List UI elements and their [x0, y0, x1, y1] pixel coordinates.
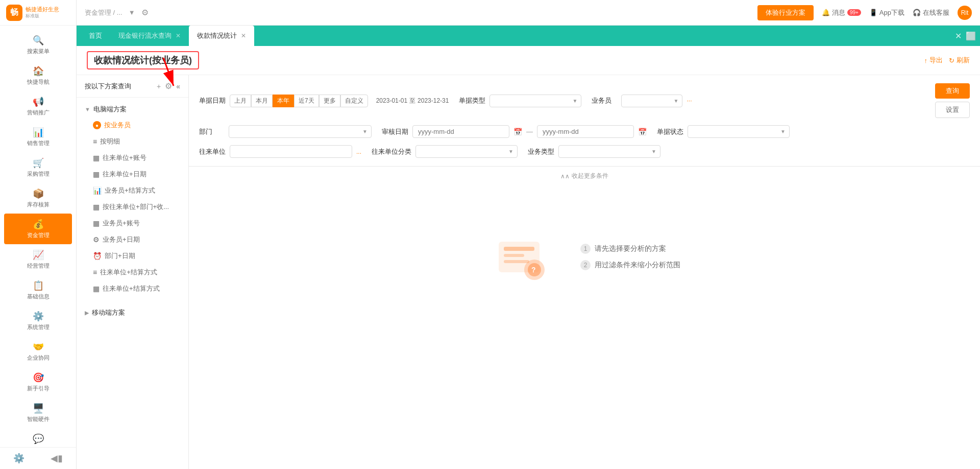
sidebar-item-smart-hw[interactable]: 🖥️ 智能硬件 [0, 397, 76, 428]
sidebar-item-wechat[interactable]: 💬 企业微信 [0, 428, 76, 447]
hint-2-text: 用过滤条件来缩小分析范围 [595, 261, 680, 270]
date-btn-last-7days[interactable]: 近7天 [294, 95, 319, 107]
scheme-item-by-unit-dept[interactable]: ▦ 按往来单位+部门+收... [77, 199, 188, 215]
sidebar-item-guide[interactable]: 🎯 新手引导 [0, 367, 76, 397]
salesperson-label: 业务员 [592, 96, 617, 105]
settings-btn[interactable]: 设置 [935, 102, 970, 118]
export-label: 导出 [929, 56, 943, 65]
filter-row-3: 往来单位 ... 往来单位分类 [199, 145, 970, 158]
partner-input[interactable] [230, 145, 352, 158]
user-avatar[interactable]: Rit [958, 6, 972, 20]
date-btn-this-year[interactable]: 本年 [273, 95, 294, 107]
scheme-item-by-detail[interactable]: ≡ 按明细 [77, 133, 188, 150]
sidebar-item-purchase[interactable]: 🛒 采购管理 [0, 152, 76, 183]
app-download-btn[interactable]: 📱 App下载 [869, 8, 904, 17]
partner-category-select[interactable] [415, 145, 518, 158]
system-icon: ⚙️ [33, 311, 44, 322]
scheme-group-mobile-title[interactable]: ▶ 移动端方案 [77, 305, 188, 320]
sidebar-item-inventory[interactable]: 📦 库存核算 [0, 183, 76, 214]
tab-collection-stat-close[interactable]: ✕ [241, 32, 246, 39]
date-btn-more[interactable]: 更多 [319, 95, 340, 107]
date-btn-last-month[interactable]: 上月 [230, 95, 251, 107]
sidebar-item-finance[interactable]: 💰 资金管理 [4, 214, 72, 244]
scheme-item-by-unit-settle2[interactable]: ▦ 往来单位+结算方式 [77, 280, 188, 297]
salesperson-more-btn[interactable]: ··· [687, 97, 692, 104]
active-scheme-dot: ● [93, 121, 101, 129]
page-title-box: 收款情况统计(按业务员) [87, 51, 199, 69]
scheme-item-by-salesperson-account[interactable]: ▦ 业务员+账号 [77, 215, 188, 231]
query-btn[interactable]: 查询 [935, 83, 970, 99]
settings-icon[interactable]: ⚙ [141, 8, 149, 17]
doc-type-filter-item: 单据类型 [459, 95, 581, 107]
scheme-item-by-unit-settle1[interactable]: ≡ 往来单位+结算方式 [77, 264, 188, 280]
online-service-btn[interactable]: 🎧 在线客服 [913, 8, 949, 17]
calendar-icon-to[interactable]: 📅 [638, 128, 647, 136]
sidebar-item-basic-info[interactable]: 📋 基础信息 [0, 275, 76, 306]
scheme-item-by-salesperson-settle[interactable]: 📊 业务员+结算方式 [77, 182, 188, 199]
scheme-item-by-salesperson-date[interactable]: ⚙ 业务员+日期 [77, 231, 188, 248]
date-range-separator: 至 [409, 97, 415, 105]
sidebar-collapse-btn[interactable]: ◀▮ [51, 453, 63, 464]
scheme-item-label: 按业务员 [104, 121, 131, 130]
refresh-btn[interactable]: ↻ 刷新 [949, 56, 970, 65]
dept-select[interactable] [229, 125, 372, 138]
tab-home[interactable]: 首页 [81, 26, 110, 46]
salesperson-select[interactable] [621, 95, 682, 107]
scheme-item-by-unit-account[interactable]: ▦ 往来单位+账号 [77, 150, 188, 166]
sidebar-item-operations[interactable]: 📈 经营管理 [0, 244, 76, 275]
sidebar-item-marketing[interactable]: 📢 营销推广 [0, 91, 76, 122]
pc-group-label: 电脑端方案 [93, 105, 127, 114]
scheme-add-btn[interactable]: + [157, 82, 161, 90]
sidebar-item-system[interactable]: ⚙️ 系统管理 [0, 306, 76, 336]
dept-filter-item: 部门 [199, 125, 372, 138]
scheme-item-by-dept-date[interactable]: ⏰ 部门+日期 [77, 248, 188, 264]
partner-more-btn[interactable]: ... [356, 148, 361, 155]
tab-bank-flow-close[interactable]: ✕ [176, 32, 181, 39]
notifications-btn[interactable]: 🔔 消息 99+ [822, 8, 861, 17]
sidebar-item-quick-nav[interactable]: 🏠 快捷导航 [0, 60, 76, 91]
sidebar-item-label: 采购管理 [27, 170, 50, 178]
wechat-icon: 💬 [33, 433, 44, 444]
svg-text:?: ? [531, 266, 536, 274]
operations-icon: 📈 [33, 249, 44, 261]
scheme-settings-btn[interactable]: ⚙ [165, 81, 172, 91]
date-btn-this-month[interactable]: 本月 [251, 95, 273, 107]
export-btn[interactable]: ↑ 导出 [924, 56, 943, 65]
collapse-bar[interactable]: ∧∧ 收起更多条件 [189, 167, 980, 185]
download-icon: 📱 [869, 9, 877, 16]
scheme-collapse-btn[interactable]: « [176, 82, 180, 90]
scheme-group-pc-title[interactable]: ▼ 电脑端方案 [77, 102, 188, 117]
doc-type-select[interactable] [489, 95, 581, 107]
approval-date-from-input[interactable] [412, 125, 509, 138]
hint-1-text: 请先选择要分析的方案 [595, 244, 666, 253]
content-area: 按以下方案查询 + ⚙ « ▼ 电脑端方案 [77, 75, 980, 469]
doc-status-select[interactable] [688, 125, 790, 138]
approval-date-label: 审核日期 [382, 127, 408, 136]
sidebar-item-search-menu[interactable]: 🔍 搜索菜单 [0, 30, 76, 60]
tab-close-all-btn[interactable]: ✕ [955, 31, 962, 41]
page-header-actions: ↑ 导出 ↻ 刷新 [924, 56, 970, 65]
scheme-item-label: 往来单位+日期 [103, 170, 146, 179]
tab-bar: 首页 现金银行流水查询 ✕ 收款情况统计 ✕ ✕ ⬜ [77, 26, 980, 46]
trial-btn[interactable]: 体验行业方案 [757, 5, 814, 20]
partner-category-filter-item: 往来单位分类 [372, 145, 518, 158]
guide-icon: 🎯 [33, 372, 44, 383]
tab-collection-stat[interactable]: 收款情况统计 ✕ [189, 26, 254, 46]
biz-type-select[interactable] [558, 145, 660, 158]
calendar-icon-from[interactable]: 📅 [513, 128, 522, 136]
scheme-icon-unit-settle1: ≡ [93, 268, 97, 276]
right-panel: 单据日期 上月 本月 本年 近7天 更多 自定义 [189, 75, 980, 469]
sidebar-item-sales[interactable]: 📊 销售管理 [0, 122, 76, 152]
sidebar-settings-btn[interactable]: ⚙️ [13, 453, 24, 464]
tab-maximize-btn[interactable]: ⬜ [966, 31, 976, 41]
biz-type-label: 业务类型 [528, 147, 554, 156]
breadcrumb-dropdown-icon[interactable]: ▼ [129, 9, 135, 16]
top-bar-right: 体验行业方案 🔔 消息 99+ 📱 App下载 🎧 在线客服 Rit [757, 5, 972, 20]
approval-date-to-input[interactable] [537, 125, 634, 138]
scheme-item-by-salesperson[interactable]: ● 按业务员 [77, 117, 188, 133]
scheme-item-by-unit-date[interactable]: ▦ 往来单位+日期 [77, 166, 188, 182]
sidebar-item-enterprise[interactable]: 🤝 企业协同 [0, 336, 76, 367]
sidebar-item-label: 快捷导航 [27, 78, 50, 86]
date-btn-custom[interactable]: 自定义 [340, 95, 368, 107]
tab-bank-flow[interactable]: 现金银行流水查询 ✕ [110, 26, 189, 46]
